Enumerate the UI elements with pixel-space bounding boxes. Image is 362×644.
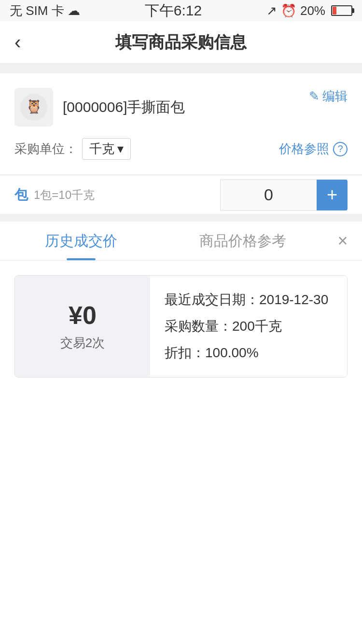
- product-header: 🦉 [0000006]手撕面包 ✎ 编辑: [14, 88, 348, 126]
- quantity-input[interactable]: 0: [220, 180, 317, 210]
- back-button[interactable]: ‹: [14, 31, 21, 53]
- tabs-row: 历史成交价 商品价格参考 ×: [0, 222, 362, 261]
- svg-text:🦉: 🦉: [26, 98, 42, 114]
- history-card-left: ¥0 交易2次: [15, 276, 150, 377]
- product-left: 🦉 [0000006]手撕面包: [14, 88, 185, 126]
- recent-date-label: 最近成交日期：: [165, 292, 259, 307]
- alarm-icon: ⏰: [281, 3, 296, 18]
- product-unit-row: 采购单位： 千克 ▾ 价格参照 ?: [14, 138, 348, 160]
- help-icon: ?: [333, 142, 348, 156]
- status-left: 无 SIM 卡 ☁: [10, 2, 80, 19]
- tab-price-ref-label: 商品价格参考: [199, 231, 286, 251]
- product-section: 🦉 [0000006]手撕面包 ✎ 编辑 采购单位： 千克 ▾ 价格参照 ?: [0, 73, 362, 174]
- quantity-section: 包 1包=10千克 0 +: [0, 175, 362, 214]
- signal-label: 无 SIM 卡 ☁: [10, 2, 80, 19]
- product-thumbnail: 🦉: [14, 88, 53, 126]
- edit-label: 编辑: [322, 88, 348, 105]
- product-name: [0000006]手撕面包: [63, 98, 185, 117]
- history-card: ¥0 交易2次 最近成交日期：2019-12-30 采购数量：200千克 折扣：…: [14, 275, 348, 378]
- tab-history-price[interactable]: 历史成交价: [0, 222, 162, 260]
- status-bar: 无 SIM 卡 ☁ 下午6:12 ↗ ⏰ 20%: [0, 0, 362, 21]
- qty-label: 采购数量：: [165, 319, 232, 334]
- tab-history-label: 历史成交价: [45, 231, 117, 251]
- location-icon: ↗: [266, 3, 277, 18]
- quantity-unit-sub: 1包=10千克: [34, 187, 95, 203]
- history-recent-date: 最近成交日期：2019-12-30: [165, 290, 333, 309]
- bottom-panel: 历史成交价 商品价格参考 × ¥0 交易2次 最近成交日期：2019-12-30…: [0, 222, 362, 392]
- quantity-unit-main: 包: [14, 186, 28, 204]
- page-body: [0, 392, 362, 644]
- tab-product-price-ref[interactable]: 商品价格参考: [162, 222, 323, 260]
- unit-value: 千克: [89, 140, 114, 157]
- history-card-right: 最近成交日期：2019-12-30 采购数量：200千克 折扣：100.00%: [150, 276, 347, 377]
- recent-date-value: 2019-12-30: [259, 292, 328, 307]
- history-content: ¥0 交易2次 最近成交日期：2019-12-30 采购数量：200千克 折扣：…: [0, 261, 362, 392]
- nav-bar: ‹ 填写商品采购信息: [0, 21, 362, 64]
- battery-icon: [331, 5, 352, 16]
- quantity-controls: 0 +: [220, 180, 348, 210]
- quantity-plus-button[interactable]: +: [317, 180, 348, 210]
- qty-value: 200千克: [232, 319, 282, 334]
- unit-label: 采购单位： 千克 ▾: [14, 138, 131, 160]
- battery-label: 20%: [300, 3, 325, 18]
- status-right: ↗ ⏰ 20%: [266, 3, 352, 18]
- history-discount: 折扣：100.00%: [165, 343, 333, 362]
- tab-close-button[interactable]: ×: [323, 222, 362, 260]
- page-title: 填写商品采购信息: [115, 31, 247, 54]
- discount-value: 100.00%: [205, 345, 259, 360]
- discount-label: 折扣：: [165, 345, 205, 360]
- quantity-label: 包 1包=10千克: [14, 186, 95, 204]
- edit-icon: ✎: [309, 89, 320, 104]
- tab-active-underline: [67, 258, 96, 260]
- history-price: ¥0: [69, 301, 97, 330]
- edit-button[interactable]: ✎ 编辑: [309, 88, 348, 105]
- unit-label-text: 采购单位：: [14, 140, 77, 157]
- status-time: 下午6:12: [145, 1, 202, 21]
- dropdown-arrow-icon: ▾: [117, 141, 124, 156]
- price-ref-label: 价格参照: [279, 140, 329, 157]
- section-divider: [0, 214, 362, 222]
- price-reference-button[interactable]: 价格参照 ?: [279, 140, 348, 157]
- product-logo-icon: 🦉: [19, 93, 48, 122]
- history-purchase-qty: 采购数量：200千克: [165, 317, 333, 336]
- unit-dropdown[interactable]: 千克 ▾: [82, 138, 131, 160]
- history-transaction-count: 交易2次: [60, 335, 105, 351]
